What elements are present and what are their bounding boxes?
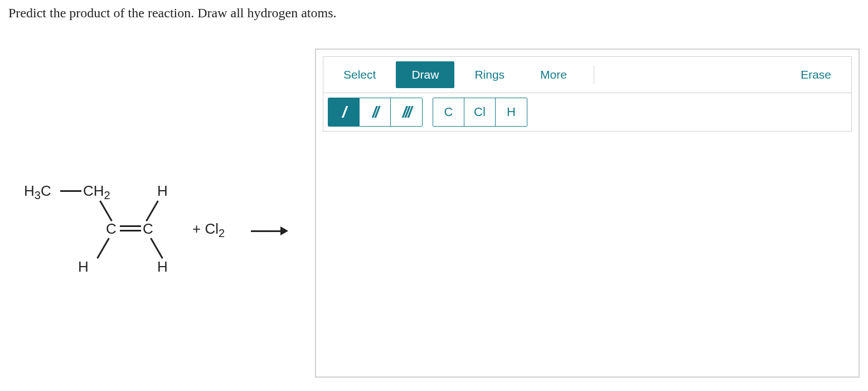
atom-c-left: C — [106, 220, 117, 238]
reaction-arrow — [251, 226, 288, 235]
single-bond-tool[interactable]: / — [328, 98, 360, 126]
separator — [594, 66, 594, 84]
reagent-cl2: + Cl2 — [192, 220, 225, 240]
drawing-panel: Select Draw Rings More Erase / // — [315, 49, 860, 378]
reaction-area: H3C CH2 H C — [8, 49, 304, 305]
tab-rings[interactable]: Rings — [459, 61, 520, 88]
bond-single-5 — [150, 238, 163, 259]
atom-tool-group: C Cl H — [433, 98, 527, 127]
question-prompt: Predict the product of the reaction. Dra… — [8, 6, 860, 21]
double-bond-tool[interactable]: // — [360, 98, 391, 126]
atom-c-right: C — [143, 220, 153, 238]
bond-single-3 — [146, 200, 159, 221]
toolbar-tools-row: / // /// C Cl H — [323, 93, 851, 131]
bond-single-4 — [96, 238, 110, 259]
triple-bond-icon: /// — [403, 103, 410, 121]
atom-h-bottom-right: H — [157, 258, 168, 276]
bond-double-1a — [120, 225, 141, 227]
double-bond-icon: // — [372, 103, 378, 121]
atom-ch2: CH2 — [83, 182, 110, 202]
bond-single-1 — [60, 190, 81, 192]
tab-draw[interactable]: Draw — [396, 61, 454, 88]
reactant-molecule: H3C CH2 H C — [8, 182, 304, 305]
toolbar-tabs-row: Select Draw Rings More Erase — [323, 57, 851, 93]
tab-select[interactable]: Select — [328, 61, 391, 88]
carbon-atom-tool[interactable]: C — [433, 98, 464, 126]
atom-h3c: H3C — [24, 182, 51, 202]
chlorine-atom-tool[interactable]: Cl — [464, 98, 496, 126]
triple-bond-tool[interactable]: /// — [391, 98, 422, 126]
atom-h-bottom-left: H — [78, 258, 89, 276]
single-bond-icon: / — [342, 103, 345, 121]
atom-h-top-right: H — [157, 182, 168, 200]
content-area: H3C CH2 H C — [8, 49, 860, 378]
bond-double-1b — [120, 230, 141, 231]
hydrogen-atom-tool[interactable]: H — [496, 98, 527, 126]
bond-single-2 — [99, 200, 113, 221]
toolbar-container: Select Draw Rings More Erase / // — [323, 56, 852, 132]
tab-more[interactable]: More — [525, 61, 583, 88]
bond-tool-group: / // /// — [328, 98, 423, 127]
erase-button[interactable]: Erase — [785, 61, 847, 88]
